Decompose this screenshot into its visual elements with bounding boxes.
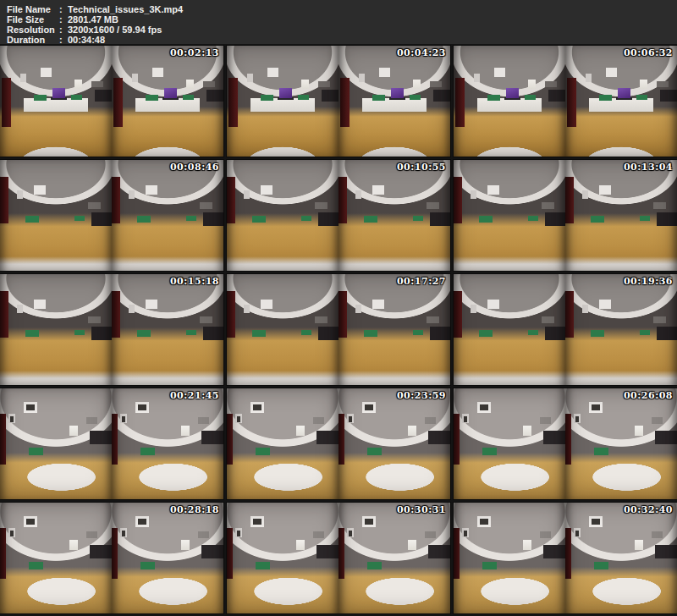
video-thumbnail-6: 00:13:04 [454, 160, 677, 271]
file-name-label: File Name [7, 4, 59, 14]
stereo-eye-left [454, 503, 565, 613]
timestamp-overlay: 00:26:08 [624, 390, 673, 401]
stereo-eye-left [0, 388, 112, 499]
separator: : [59, 25, 68, 35]
metadata-header: File Name:Technical_issues_3K.mp4 File S… [0, 0, 677, 44]
stereo-eye-right [565, 503, 677, 613]
resolution-label: Resolution [7, 25, 59, 35]
timestamp-overlay: 00:15:18 [170, 276, 219, 287]
stereo-eye-right [338, 160, 450, 271]
video-thumbnail-11: 00:23:59 [227, 388, 450, 499]
timestamp-overlay: 00:23:59 [397, 390, 446, 401]
timestamp-overlay: 00:02:13 [170, 47, 219, 58]
stereo-eye-left [454, 46, 565, 157]
video-thumbnail-4: 00:08:46 [0, 160, 223, 271]
stereo-eye-left [227, 274, 338, 385]
timestamp-overlay: 00:19:36 [624, 276, 673, 287]
stereo-eye-left [227, 160, 338, 271]
duration-label: Duration [7, 35, 59, 45]
video-thumbnail-7: 00:15:18 [0, 274, 223, 385]
stereo-eye-right [338, 46, 450, 157]
video-thumbnail-10: 00:21:45 [0, 388, 223, 499]
stereo-eye-left [454, 160, 565, 271]
stereo-eye-left [227, 46, 338, 157]
stereo-eye-left [227, 503, 338, 613]
timestamp-overlay: 00:10:55 [397, 162, 446, 173]
thumbnail-grid: 00:02:13 00:04:23 00:06:32 00:08:46 00:1… [0, 46, 677, 613]
video-thumbnail-13: 00:28:18 [0, 503, 223, 613]
video-thumbnail-15: 00:32:40 [454, 503, 677, 613]
timestamp-overlay: 00:17:27 [397, 276, 446, 287]
file-size-label: File Size [7, 14, 59, 25]
file-size-value: 2801.47 MB [68, 14, 118, 25]
stereo-eye-left [454, 274, 565, 385]
stereo-eye-right [565, 274, 677, 385]
file-name-value: Technical_issues_3K.mp4 [68, 4, 183, 14]
file-name-row: File Name:Technical_issues_3K.mp4 [7, 4, 677, 14]
video-thumbnail-12: 00:26:08 [454, 388, 677, 499]
duration-value: 00:34:48 [68, 35, 105, 45]
timestamp-overlay: 00:04:23 [397, 47, 446, 58]
video-thumbnail-3: 00:06:32 [454, 46, 677, 157]
timestamp-overlay: 00:06:32 [624, 47, 673, 58]
stereo-eye-right [112, 503, 223, 613]
stereo-eye-left [0, 274, 112, 385]
stereo-eye-right [338, 274, 450, 385]
resolution-value: 3200x1600 / 59.94 fps [68, 25, 162, 35]
stereo-eye-left [0, 160, 112, 271]
timestamp-overlay: 00:08:46 [170, 162, 219, 173]
separator: : [59, 14, 68, 25]
stereo-eye-right [338, 388, 450, 499]
stereo-eye-right [565, 46, 677, 157]
stereo-eye-right [338, 503, 450, 613]
stereo-eye-right [112, 388, 223, 499]
timestamp-overlay: 00:21:45 [170, 390, 219, 401]
stereo-eye-left [454, 388, 565, 499]
file-size-row: File Size:2801.47 MB [7, 14, 677, 25]
video-thumbnail-9: 00:19:36 [454, 274, 677, 385]
resolution-row: Resolution:3200x1600 / 59.94 fps [7, 25, 677, 35]
stereo-eye-left [227, 388, 338, 499]
timestamp-overlay: 00:30:31 [397, 504, 446, 515]
video-thumbnail-2: 00:04:23 [227, 46, 450, 157]
video-thumbnail-1: 00:02:13 [0, 46, 223, 157]
stereo-eye-right [565, 160, 677, 271]
video-thumbnail-8: 00:17:27 [227, 274, 450, 385]
timestamp-overlay: 00:28:18 [170, 504, 219, 515]
timestamp-overlay: 00:32:40 [624, 504, 673, 515]
timestamp-overlay: 00:13:04 [624, 162, 673, 173]
video-thumbnail-14: 00:30:31 [227, 503, 450, 613]
video-thumbnail-5: 00:10:55 [227, 160, 450, 271]
stereo-eye-right [565, 388, 677, 499]
separator: : [59, 4, 68, 14]
stereo-eye-left [0, 503, 112, 613]
separator: : [59, 35, 68, 45]
stereo-eye-left [0, 46, 112, 157]
stereo-eye-right [112, 46, 223, 157]
stereo-eye-right [112, 274, 223, 385]
duration-row: Duration:00:34:48 [7, 35, 677, 45]
stereo-eye-right [112, 160, 223, 271]
